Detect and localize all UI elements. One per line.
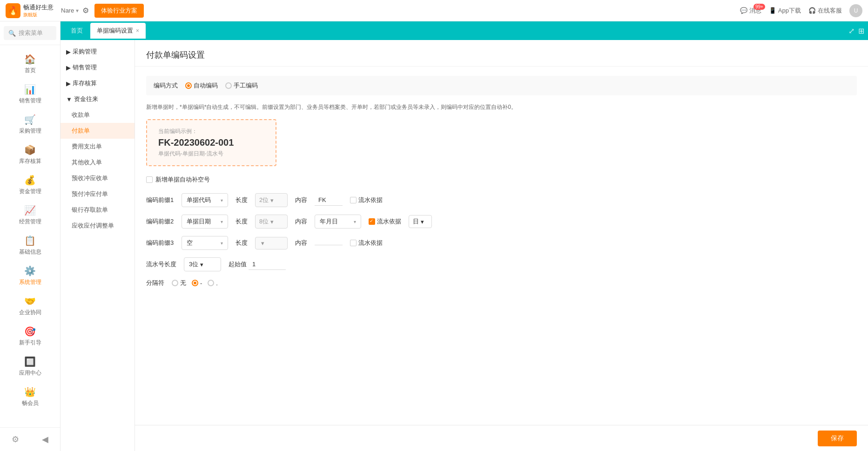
prefix2-content-select[interactable]: 年月日 ▾ xyxy=(315,215,361,229)
prefix3-length-select[interactable]: ▾ xyxy=(255,237,288,249)
submenu-item-prepay-receive[interactable]: 预收冲应收单 xyxy=(61,170,135,186)
top-bar: 🔥 畅通好生意 旗舰版 Nare ▾ ⚙ 体验行业方案 💬 消息 99+ 📱 A… xyxy=(0,0,868,21)
info-text: 新增单据时，*单据编码*自动生成，不可编辑。前缀设置为部门、业务员等档案类、开单… xyxy=(146,103,857,112)
sidebar-item-purchase[interactable]: 🛒 采购管理 xyxy=(0,109,60,140)
message-badge: 99+ xyxy=(754,4,765,10)
start-value-input[interactable]: 1 xyxy=(249,259,286,270)
submenu-group-inventory: ▶ 库存核算 xyxy=(61,75,135,91)
sidebar-collapse-icon[interactable]: ◀ xyxy=(38,432,52,446)
tab-current[interactable]: 单据编码设置 × xyxy=(90,23,146,39)
prefix3-row: 编码前缀3 空 ▾ 长度 ▾ 内容 xyxy=(146,236,857,250)
prefix2-cycle-select[interactable]: 日 ▾ xyxy=(409,215,432,228)
submenu-group-funds-title[interactable]: ▼ 资金往来 xyxy=(61,91,135,107)
submenu-item-receivable-adjust[interactable]: 应收应付调整单 xyxy=(61,218,135,234)
prefix1-row: 编码前缀1 单据代码 ▾ 长度 2位 ▾ 内容 FK xyxy=(146,193,857,207)
tab-home[interactable]: 首页 xyxy=(64,23,89,39)
submenu-item-bank-deposit[interactable]: 银行存取款单 xyxy=(61,202,135,218)
prefix2-length-label: 长度 xyxy=(236,217,248,226)
tab-bar-right: ⤢ ⊞ xyxy=(848,27,864,35)
submenu-item-expense[interactable]: 费用支出单 xyxy=(61,139,135,155)
serial-length-label: 流水号长度 xyxy=(146,260,176,269)
sidebar-item-guide[interactable]: 🎯 新手引导 xyxy=(0,321,60,351)
prefix2-length-select[interactable]: 8位 ▾ xyxy=(255,215,288,229)
prefix3-select[interactable]: 空 ▾ xyxy=(182,236,228,250)
sidebar-item-basic[interactable]: 📋 基础信息 xyxy=(0,230,60,261)
code-preview-desc: 单据代码-单据日期-流水号 xyxy=(158,150,264,158)
tab-current-label: 单据编码设置 xyxy=(97,27,133,35)
sep-dot-radio[interactable]: . xyxy=(208,280,218,287)
submenu-group-inventory-title[interactable]: ▶ 库存核算 xyxy=(61,75,135,91)
submenu-group-purchase-arrow: ▶ xyxy=(66,48,71,55)
prefix2-length-arrow-icon: ▾ xyxy=(270,218,274,225)
content-area: 首页 单据编码设置 × ⤢ ⊞ ▶ 采购管理 xyxy=(61,21,868,451)
sidebar-label-apps: 应用中心 xyxy=(19,369,41,377)
sep-none-circle xyxy=(172,280,178,286)
submenu-group-inventory-arrow: ▶ xyxy=(66,80,71,87)
app-logo: 🔥 畅通好生意 旗舰版 xyxy=(6,3,54,18)
submenu-group-purchase-title[interactable]: ▶ 采购管理 xyxy=(61,44,135,60)
inventory-icon: 📦 xyxy=(24,144,36,155)
sidebar-item-operations[interactable]: 📈 经营管理 xyxy=(0,200,60,230)
top-nav: Nare ▾ ⚙ xyxy=(61,4,91,17)
prefix2-select[interactable]: 单据日期 ▾ xyxy=(182,215,228,229)
sidebar-item-sales[interactable]: 📊 销售管理 xyxy=(0,79,60,109)
company-selector[interactable]: Nare xyxy=(61,7,74,14)
settings-icon[interactable]: ⚙ xyxy=(81,4,91,17)
submenu-item-receipt[interactable]: 收款单 xyxy=(61,107,135,123)
user-avatar[interactable]: U xyxy=(849,4,862,17)
search-menu-button[interactable]: 🔍 搜索菜单 xyxy=(4,26,56,40)
auto-encode-radio[interactable]: 自动编码 xyxy=(185,81,218,90)
prefix2-watermark-checkbox[interactable] xyxy=(369,218,375,225)
serial-length-select[interactable]: 3位 ▾ xyxy=(184,257,221,271)
app-download-button[interactable]: 📱 App下载 xyxy=(769,7,801,15)
sep-none-radio[interactable]: 无 xyxy=(172,279,186,287)
online-service-button[interactable]: 🎧 在线客服 xyxy=(808,7,842,15)
prefix2-cycle-arrow-icon: ▾ xyxy=(421,218,424,225)
prefix3-length-label: 长度 xyxy=(236,239,248,247)
page-content: ▶ 采购管理 ▶ 销售管理 ▶ 库存核算 xyxy=(61,40,868,451)
page-title: 付款单编码设置 xyxy=(146,49,857,61)
submenu-group-sales-title[interactable]: ▶ 销售管理 xyxy=(61,60,135,75)
tab-expand-icon[interactable]: ⤢ xyxy=(848,27,855,35)
prefix1-watermark-checkbox[interactable] xyxy=(350,197,357,203)
sep-dash-radio[interactable]: - xyxy=(192,280,202,287)
sidebar-item-system[interactable]: ⚙️ 系统管理 xyxy=(0,261,60,291)
system-icon: ⚙️ xyxy=(24,265,36,276)
save-button[interactable]: 保存 xyxy=(818,431,857,446)
prefix3-content-value xyxy=(315,241,343,245)
sidebar-item-inventory[interactable]: 📦 库存核算 xyxy=(0,140,60,170)
tab-close-icon[interactable]: × xyxy=(136,27,139,34)
auto-fill-checkbox[interactable] xyxy=(146,176,153,183)
logo-icon: 🔥 xyxy=(6,3,20,18)
enterprise-icon: 🤝 xyxy=(24,296,36,307)
encode-method-label: 编码方式 xyxy=(154,81,178,90)
sidebar-item-member[interactable]: 👑 畅会员 xyxy=(0,382,60,412)
separator-options: 无 - . xyxy=(172,279,218,287)
prefix2-watermark-row: 流水依据 xyxy=(369,217,401,226)
nav-dropdown-icon[interactable]: ▾ xyxy=(76,7,79,14)
prefix1-arrow-icon: ▾ xyxy=(221,198,223,203)
sep-dash-circle xyxy=(192,280,198,286)
start-value-label: 起始值 xyxy=(229,260,247,269)
prefix1-length-select[interactable]: 2位 ▾ xyxy=(255,193,288,207)
sidebar-item-apps[interactable]: 🔲 应用中心 xyxy=(0,351,60,382)
sidebar-item-home[interactable]: 🏠 首页 xyxy=(0,49,60,79)
sidebar-item-enterprise[interactable]: 🤝 企业协同 xyxy=(0,291,60,321)
submenu-item-prepay-pay[interactable]: 预付冲应付单 xyxy=(61,186,135,202)
prefix2-arrow-icon: ▾ xyxy=(221,219,223,224)
prefix2-row: 编码前缀2 单据日期 ▾ 长度 8位 ▾ 内容 年月日 xyxy=(146,215,857,229)
prefix1-length-arrow-icon: ▾ xyxy=(270,197,274,204)
prefix3-watermark-checkbox[interactable] xyxy=(350,240,357,246)
submenu-item-payment[interactable]: 付款单 xyxy=(61,123,135,139)
submenu-item-other-income[interactable]: 其他收入单 xyxy=(61,155,135,170)
prefix1-content-label: 内容 xyxy=(295,196,307,204)
prefix1-select[interactable]: 单据代码 ▾ xyxy=(182,193,228,207)
sidebar-item-finance[interactable]: 💰 资金管理 xyxy=(0,170,60,200)
sep-dot-circle xyxy=(208,280,214,286)
manual-encode-radio[interactable]: 手工编码 xyxy=(225,81,258,90)
tab-fullscreen-icon[interactable]: ⊞ xyxy=(858,27,864,35)
message-button[interactable]: 💬 消息 99+ xyxy=(740,7,761,15)
sidebar-settings-icon[interactable]: ⚙ xyxy=(8,432,23,446)
finance-icon: 💰 xyxy=(24,175,36,186)
trial-button[interactable]: 体验行业方案 xyxy=(94,4,144,18)
